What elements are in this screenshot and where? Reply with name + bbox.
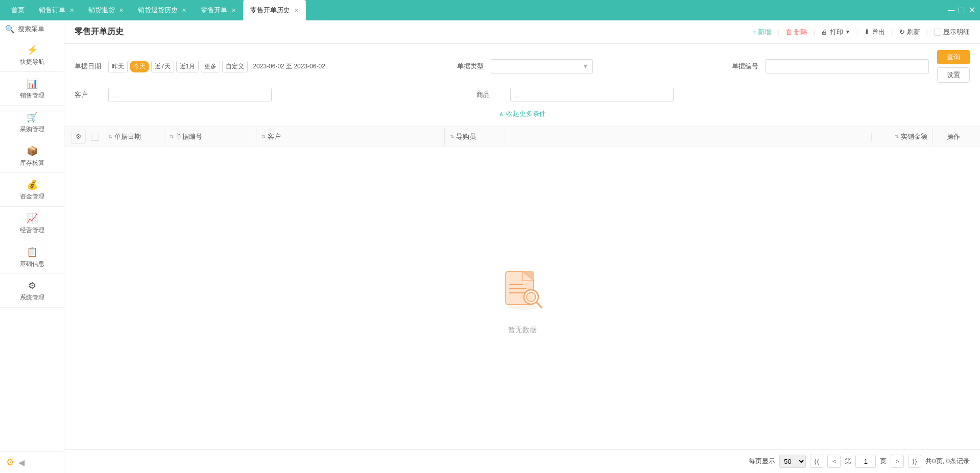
sidebar-item-finance[interactable]: 💰 资金管理 [0,173,64,207]
tab-sales-return[interactable]: 销货退货 ✕ [81,0,131,20]
sort-icon-guide[interactable]: ⇅ [450,134,454,139]
sidebar: 🔍 搜索采单 ⚡ 快捷导航 📊 销售管理 🛒 采购管理 📦 库存核算 💰 [0,20,64,473]
settings-icon[interactable]: ⚙ [6,457,14,468]
sidebar-item-purchase-mgmt[interactable]: 🛒 采购管理 [0,106,64,139]
next-page-btn[interactable]: ＞ [891,455,904,468]
sidebar-item-sales-mgmt-label: 销售管理 [20,91,44,100]
query-setting-group: 查询 设置 [937,50,970,83]
tab-retail-open-close[interactable]: ✕ [231,7,236,14]
table-header: ⚙ ⇅ 单据日期 ⇅ 单据编号 ⇅ 客户 [64,127,980,146]
th-middle [506,133,872,141]
svg-point-9 [527,292,536,302]
sort-icon-date[interactable]: ⇅ [108,134,112,139]
tab-retail-open[interactable]: 零售开单 ✕ [194,0,243,20]
tab-sales-order[interactable]: 销售订单 ✕ [32,0,81,20]
sort-icon-number[interactable]: ⇅ [170,134,174,139]
query-button[interactable]: 查询 [937,50,970,64]
tab-retail-open-label: 零售开单 [201,6,227,15]
customer-input[interactable]: … [108,88,272,102]
business-mgmt-icon: 📈 [27,213,38,224]
sidebar-item-sales-mgmt[interactable]: 📊 销售管理 [0,72,64,106]
tab-sales-return-label: 销货退货 [88,6,115,15]
sidebar-item-business-mgmt[interactable]: 📈 经营管理 [0,207,64,240]
date-yesterday-btn[interactable]: 昨天 [108,61,128,72]
goods-label: 商品 [476,90,507,99]
sidebar-item-system-mgmt[interactable]: ⚙ 系统管理 [0,274,64,308]
close-btn[interactable]: ✕ [968,5,976,16]
print-button-label: 打印 [830,28,843,37]
refresh-button[interactable]: ↻ 刷新 [899,28,920,37]
date-7days-btn[interactable]: 近7天 [151,61,174,72]
sort-icon-amount[interactable]: ⇅ [895,134,899,139]
maximize-btn[interactable]: □ [959,5,964,16]
number-field: 单据编号 [732,59,929,73]
date-label: 单据日期 [75,62,105,71]
sidebar-item-finance-label: 资金管理 [20,192,44,201]
add-button-label: + 新增 [752,28,771,37]
page-input[interactable] [855,455,876,468]
number-input[interactable] [766,59,929,73]
sort-icon-customer[interactable]: ⇅ [261,134,266,139]
refresh-icon: ↻ [899,28,905,36]
system-mgmt-icon: ⚙ [28,280,36,291]
last-page-btn[interactable]: ⟩⟩ [908,455,921,468]
table-checkbox-col [87,133,103,141]
date-1month-btn[interactable]: 近1月 [176,61,199,72]
th-action-label: 操作 [947,132,960,141]
prev-page-btn[interactable]: ＜ [827,455,841,468]
print-button[interactable]: 🖨 打印 ▼ [821,28,850,37]
goods-placeholder: … [515,91,521,99]
add-button[interactable]: + 新增 [752,28,771,37]
tab-sales-return-history-close[interactable]: ✕ [182,7,186,14]
sidebar-item-system-mgmt-label: 系统管理 [20,293,44,302]
tab-bar: 首页 销售订单 ✕ 销货退货 ✕ 销货退货历史 ✕ 零售开单 ✕ 零售开单历史 … [0,0,980,20]
minimize-btn[interactable]: ─ [948,5,954,16]
quick-nav-icon: ⚡ [27,44,38,56]
sidebar-item-inventory[interactable]: 📦 库存核算 [0,139,64,173]
tab-retail-history[interactable]: 零售开单历史 ✕ [243,0,306,20]
th-amount-label: 实销金额 [901,132,927,141]
setting-button[interactable]: 设置 [937,67,970,83]
display-detail-checkbox[interactable] [934,29,941,36]
date-more-btn[interactable]: 更多 [201,61,220,72]
delete-button[interactable]: 🗑 删除 [785,28,807,37]
print-chevron-icon: ▼ [845,29,850,35]
display-detail-toggle[interactable]: 显示明细 [934,28,970,37]
type-select[interactable]: ▼ [491,59,593,73]
export-button-label: 导出 [872,28,885,37]
type-label: 单据类型 [457,62,488,71]
type-field: 单据类型 ▼ [457,59,600,73]
tab-sales-return-history[interactable]: 销货退货历史 ✕ [131,0,194,20]
sidebar-search[interactable]: 🔍 搜索采单 [0,20,64,38]
per-page-select[interactable]: 50 10 20 100 [779,455,806,468]
tab-sales-return-close[interactable]: ✕ [119,7,124,14]
table-select-all-checkbox[interactable] [91,133,99,141]
sidebar-item-basic-info[interactable]: 📋 基础信息 [0,240,64,274]
sidebar-collapse-icon[interactable]: ◀ [18,458,25,467]
page-label: 页 [880,457,887,466]
tab-home[interactable]: 首页 [4,0,32,20]
th-number-label: 单据编号 [176,132,202,141]
tab-sales-order-close[interactable]: ✕ [69,7,74,14]
sidebar-bottom: ⚙ ◀ [0,451,64,473]
first-page-btn[interactable]: ⟨⟨ [810,455,823,468]
sidebar-item-purchase-mgmt-label: 采购管理 [20,125,44,134]
per-page-label: 每页显示 [749,457,775,466]
th-customer-label: 客户 [268,132,281,141]
date-today-btn[interactable]: 今天 [130,61,149,72]
tab-retail-history-label: 零售开单历史 [250,6,290,15]
tab-retail-history-close[interactable]: ✕ [294,7,299,14]
export-button[interactable]: ⬇ 导出 [864,28,885,37]
sidebar-item-business-mgmt-label: 经营管理 [20,226,44,235]
pagination: 每页显示 50 10 20 100 ⟨⟨ ＜ 第 页 ＞ ⟩⟩ 共0页, 0条记… [64,449,980,473]
collapse-conditions-btn[interactable]: ∧ 收起更多条件 [75,107,970,120]
search-icon: 🔍 [5,24,15,34]
sidebar-item-quick-nav[interactable]: ⚡ 快捷导航 [0,38,64,72]
th-customer: ⇅ 客户 [256,128,445,145]
table-column-settings-btn[interactable]: ⚙ [71,130,86,144]
basic-info-icon: 📋 [27,246,38,258]
date-custom-btn[interactable]: 自定义 [222,61,248,72]
goods-input[interactable]: … [510,88,674,102]
search-form: 单据日期 昨天 今天 近7天 近1月 更多 自定义 2023-06-02 至 2… [64,44,980,127]
th-action: 操作 [933,128,974,145]
